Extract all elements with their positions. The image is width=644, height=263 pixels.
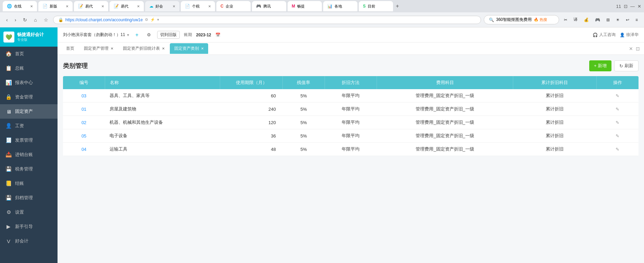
browser-tab-zaixin[interactable]: 🌐 在线 ✕ bbox=[3, 1, 37, 11]
sidebar-item-purchase-sale[interactable]: 📥 进销台账 bbox=[0, 147, 58, 162]
sidebar-item-tax[interactable]: 💾 税务管理 bbox=[0, 162, 58, 176]
browser-tab-qiye[interactable]: C 企业 bbox=[216, 1, 251, 11]
cell-period: 60 bbox=[220, 89, 282, 103]
col-code: 编号 bbox=[63, 76, 105, 89]
grid-tool[interactable]: ⊞ bbox=[604, 16, 612, 23]
sidebar-item-settings[interactable]: ⚙ 设置 bbox=[0, 205, 58, 219]
cell-code[interactable]: 03 bbox=[63, 89, 105, 103]
cell-method: 年限平均 bbox=[325, 129, 377, 143]
invoice-icon: 🧾 bbox=[5, 137, 12, 143]
cell-code[interactable]: 02 bbox=[63, 116, 105, 129]
sidebar-item-funds[interactable]: 🔒 资金管理 bbox=[0, 90, 58, 104]
browser-tab-yidai2[interactable]: 📝 易代 ✕ bbox=[110, 1, 144, 11]
add-button[interactable]: + 新增 bbox=[589, 60, 611, 71]
sidebar-item-tax-label: 税务管理 bbox=[15, 166, 33, 172]
fixed-assets-icon: 🖥 bbox=[5, 109, 12, 115]
sidebar-item-salary[interactable]: 👤 工资 bbox=[0, 119, 58, 133]
sidebar-item-guide-label: 新手引导 bbox=[15, 224, 33, 230]
cell-code[interactable]: 05 bbox=[63, 129, 105, 143]
wallet-tool[interactable]: 💰 bbox=[582, 16, 591, 23]
col-expense: 费用科目 bbox=[377, 76, 513, 89]
app-tab-close-category[interactable]: ✕ bbox=[201, 47, 204, 50]
home-button[interactable]: ⌂ bbox=[32, 16, 39, 24]
user-profile-button[interactable]: 👤 徐泽华 bbox=[620, 32, 639, 38]
forward-button[interactable]: › bbox=[13, 16, 18, 24]
browser-tab-changti[interactable]: M 畅提 bbox=[288, 1, 322, 11]
app-tab-close-depreciation-report[interactable]: ✕ bbox=[162, 47, 165, 50]
edit-icon[interactable]: ✎ bbox=[616, 133, 619, 139]
game-tool[interactable]: 🎮 bbox=[593, 16, 602, 23]
app-tab-fixed-assets-mgmt[interactable]: 固定资产管理 ✕ bbox=[79, 43, 118, 54]
cell-expense: 管理费用_固定资产折旧_一级 bbox=[377, 116, 513, 129]
bookmark-button[interactable]: ☆ bbox=[42, 16, 50, 24]
tab-close-haohui[interactable]: ✕ bbox=[173, 4, 175, 8]
cell-action: ✎ bbox=[597, 116, 639, 129]
address-bar[interactable]: 🔒 https://cloud.chanjet.com/accounting/u… bbox=[53, 16, 481, 24]
cell-name: 器具、工具、家具等 bbox=[105, 89, 220, 103]
page-title: 类别管理 bbox=[63, 62, 88, 70]
translate-tool[interactable]: 译 bbox=[571, 16, 580, 24]
refresh-button[interactable]: ↻ 刷新 bbox=[614, 60, 639, 71]
window-restore[interactable]: ⊡ bbox=[624, 4, 628, 9]
edit-icon[interactable]: ✎ bbox=[616, 147, 619, 152]
url-text: https://cloud.chanjet.com/accounting/uw1… bbox=[65, 17, 143, 22]
help-button[interactable]: 🎧 人工咨询 bbox=[593, 32, 616, 38]
window-close[interactable]: ✕ bbox=[637, 4, 641, 9]
sidebar-item-reports[interactable]: 📊 报表中心 bbox=[0, 75, 58, 90]
reload-button[interactable]: ↻ bbox=[21, 16, 29, 24]
sidebar-item-haokuaiji[interactable]: V 好会计 bbox=[0, 234, 58, 248]
app-tab-category[interactable]: 固定资产类别 ✕ bbox=[170, 43, 208, 54]
browser-tab-xinban[interactable]: 📄 新版 ✕ bbox=[38, 1, 73, 11]
cell-code[interactable]: 01 bbox=[63, 103, 105, 116]
dropdown-icon[interactable]: ▾ bbox=[127, 33, 129, 37]
calendar-icon[interactable]: 📅 bbox=[215, 33, 220, 37]
theme-tool[interactable]: ☀ bbox=[614, 16, 622, 23]
browser-tab-gedi[interactable]: 📊 各地 bbox=[323, 1, 357, 11]
window-maximize[interactable]: — bbox=[630, 4, 635, 9]
browser-tab-muqian[interactable]: S 目前 bbox=[359, 1, 393, 11]
undo-tool[interactable]: ↩ bbox=[624, 16, 631, 23]
cell-action: ✎ bbox=[597, 89, 639, 103]
table-row: 03 器具、工具、家具等 60 5% 年限平均 管理费用_固定资产折旧_一级 累… bbox=[63, 89, 639, 103]
new-tab-button[interactable]: + bbox=[394, 3, 400, 9]
app-tab-close-fixed-assets-mgmt[interactable]: ✕ bbox=[111, 47, 113, 50]
sidebar-item-ledger[interactable]: 📋 总账 bbox=[0, 61, 58, 75]
sidebar-item-home[interactable]: 🏠 首页 bbox=[0, 47, 58, 61]
sidebar-item-archive[interactable]: 💾 归档管理 bbox=[0, 191, 58, 205]
app-tab-home-label: 首页 bbox=[66, 46, 74, 51]
window-minimize[interactable]: 11 bbox=[616, 4, 621, 9]
app-tab-home[interactable]: 首页 bbox=[62, 43, 79, 54]
browser-tab-geshui[interactable]: 📄 个税 ✕ bbox=[181, 1, 215, 11]
settings-gear-button[interactable]: ⚙ bbox=[145, 31, 153, 39]
sidebar-item-guide[interactable]: ▶ 新手引导 bbox=[0, 219, 58, 234]
sidebar-item-fixed-assets[interactable]: 🖥 固定资产 bbox=[0, 104, 58, 119]
browser-tab-yidai1[interactable]: 📝 易代 ✕ bbox=[74, 1, 108, 11]
user-name: 徐泽华 bbox=[626, 32, 639, 38]
cell-name: 机器、机械和其他生产设备 bbox=[105, 116, 220, 129]
address-bar-row: ‹ › ↻ ⌂ ☆ 🔒 https://cloud.chanjet.com/ac… bbox=[0, 12, 644, 27]
cut-tool[interactable]: ✂ bbox=[562, 16, 569, 23]
browser-tab-haohui[interactable]: ☁ 好会 ✕ bbox=[145, 1, 179, 11]
add-account-button[interactable]: + bbox=[133, 31, 140, 39]
logo-sub: 专业版 bbox=[17, 37, 44, 42]
cell-accumulated: 累计折旧 bbox=[513, 143, 597, 156]
home-icon: 🏠 bbox=[5, 51, 12, 57]
sidebar-item-invoice[interactable]: 🧾 发票管理 bbox=[0, 133, 58, 147]
sidebar-item-close-accounts[interactable]: 📒 结账 bbox=[0, 176, 58, 191]
app-tab-depreciation-report[interactable]: 固定资产折旧统计表 ✕ bbox=[118, 43, 169, 54]
search-bar[interactable]: 🔍 360智能抠图免费用 🔥 热搜 bbox=[484, 15, 559, 24]
sidebar-item-haokuaiji-label: 好会计 bbox=[15, 238, 28, 244]
cell-code[interactable]: 04 bbox=[63, 143, 105, 156]
funds-icon: 🔒 bbox=[5, 94, 12, 100]
edit-icon[interactable]: ✎ bbox=[616, 120, 619, 125]
edit-icon[interactable]: ✎ bbox=[616, 107, 619, 112]
chevron-down-icon[interactable]: ▾ bbox=[157, 17, 159, 22]
browser-tab-tengxun[interactable]: 🎮 腾讯 bbox=[252, 1, 286, 11]
tab-expand-icon[interactable]: ⊡ bbox=[636, 46, 640, 51]
edit-icon[interactable]: ✎ bbox=[616, 93, 619, 98]
back-button[interactable]: ‹ bbox=[4, 16, 10, 24]
menu-tool[interactable]: ≡ bbox=[633, 16, 640, 23]
tab-close-icon[interactable]: ✕ bbox=[629, 46, 633, 51]
switch-version-button[interactable]: 切到旧版 bbox=[157, 31, 180, 39]
cell-name: 电子设备 bbox=[105, 129, 220, 143]
